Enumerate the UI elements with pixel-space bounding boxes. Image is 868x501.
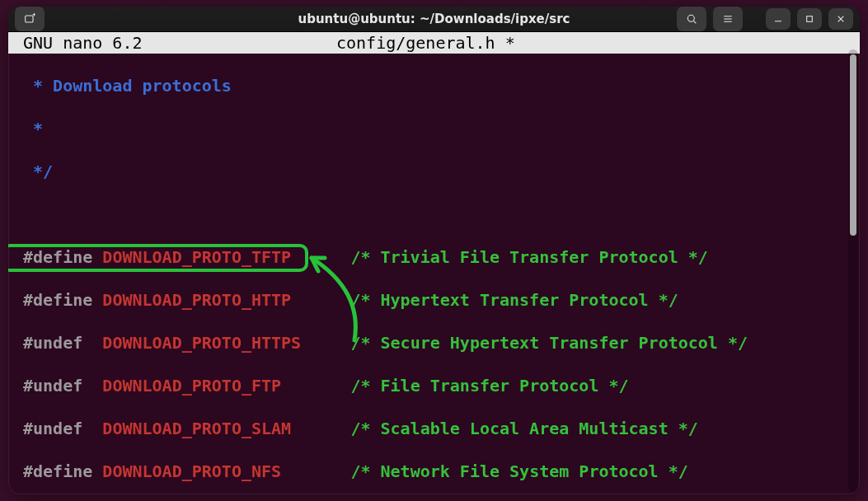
search-button[interactable]: [677, 7, 706, 31]
maximize-button[interactable]: [797, 8, 822, 30]
hamburger-icon: [721, 12, 734, 26]
define-line-nfs: #define DOWNLOAD_PROTO_NFS /* Network Fi…: [23, 461, 860, 482]
nano-filename: config/general.h *: [336, 32, 515, 54]
terminal-content[interactable]: GNU nano 6.2 config/general.h * * Downlo…: [8, 32, 860, 494]
maximize-icon: [803, 12, 816, 26]
nano-app-version: GNU nano 6.2: [23, 32, 336, 54]
close-icon: [834, 12, 847, 26]
define-line-tftp: #define DOWNLOAD_PROTO_TFTP /* Trivial F…: [23, 246, 860, 268]
define-line-http: #define DOWNLOAD_PROTO_HTTP /* Hypertext…: [23, 289, 860, 311]
comment-line: */: [23, 162, 53, 181]
comment-line: * Download protocols: [23, 76, 232, 96]
search-icon: [685, 12, 698, 26]
svg-rect-2: [807, 16, 813, 22]
minimize-icon: [772, 12, 785, 26]
undef-line-ftp: #undef DOWNLOAD_PROTO_FTP /* File Transf…: [23, 375, 860, 396]
hamburger-menu-button[interactable]: [713, 7, 743, 31]
minimize-button[interactable]: [766, 8, 791, 30]
new-tab-icon: [23, 12, 36, 26]
scrollbar-thumb[interactable]: [850, 54, 856, 236]
svg-rect-0: [26, 16, 33, 22]
editor-body[interactable]: * Download protocols * */ #define DOWNLO…: [8, 54, 860, 494]
nano-header: GNU nano 6.2 config/general.h *: [8, 32, 860, 54]
undef-line-https: #undef DOWNLOAD_PROTO_HTTPS /* Secure Hy…: [23, 332, 860, 354]
scrollbar[interactable]: [848, 49, 858, 493]
terminal-window: ubuntu@ubuntu: ~/Downloads/ipxe/src GNU …: [8, 7, 860, 494]
svg-point-1: [687, 15, 694, 21]
new-tab-button[interactable]: [15, 7, 45, 31]
comment-line: *: [23, 119, 43, 138]
undef-line-slam: #undef DOWNLOAD_PROTO_SLAM /* Scalable L…: [23, 418, 860, 439]
close-button[interactable]: [828, 8, 853, 30]
titlebar: ubuntu@ubuntu: ~/Downloads/ipxe/src: [8, 7, 860, 32]
